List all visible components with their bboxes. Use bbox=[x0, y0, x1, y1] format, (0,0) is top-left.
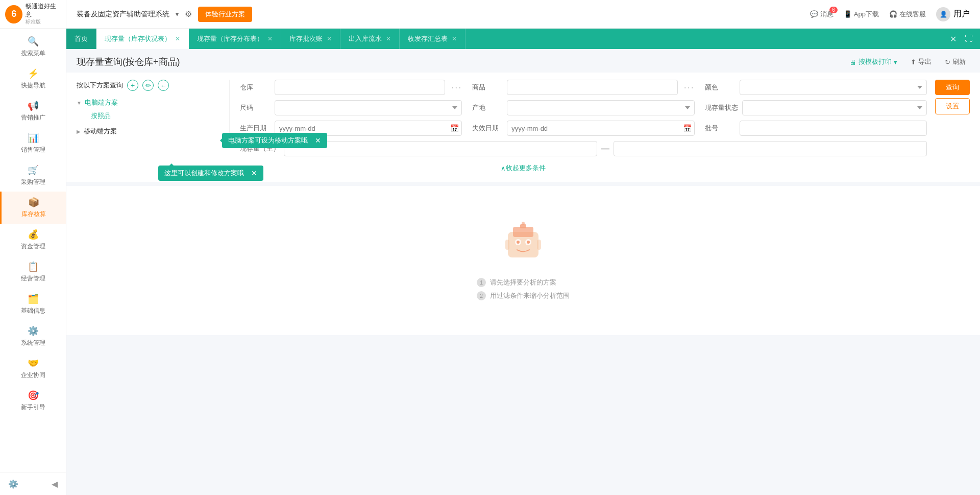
page-content: 现存量查询(按仓库+商品) 🖨 按模板打印 ▾ ⬆ 导出 ↻ 刷新 bbox=[66, 49, 980, 495]
tab-fullscreen-icon[interactable]: ⛶ bbox=[963, 32, 975, 45]
refresh-label: 刷新 bbox=[952, 57, 966, 66]
operations-icon: 📋 bbox=[28, 261, 39, 272]
tab-inventory-dist-label: 现存量（库存分布表） bbox=[197, 34, 263, 43]
header-message[interactable]: 💬 消息 6 bbox=[810, 10, 834, 19]
sidebar-item-label: 快捷导航 bbox=[21, 81, 45, 90]
sidebar-item-label: 销售管理 bbox=[21, 146, 45, 154]
tab-inventory-status[interactable]: 现存量（库存状况表） ✕ bbox=[96, 29, 189, 49]
sidebar-item-inventory[interactable]: 📦 库存核算 bbox=[0, 192, 66, 224]
headset-icon: 🎧 bbox=[889, 10, 897, 18]
empty-illustration bbox=[498, 217, 549, 268]
size-label: 尺码 bbox=[240, 103, 271, 112]
header-app-download[interactable]: 📱 App下载 bbox=[844, 10, 879, 19]
expire-date-field: 失效日期 📅 bbox=[472, 121, 694, 136]
header-user[interactable]: 👤 用户 bbox=[936, 7, 970, 21]
product-input[interactable] bbox=[507, 80, 677, 95]
stock-main-min[interactable] bbox=[284, 141, 597, 156]
tab-close-all-icon[interactable]: ✕ bbox=[948, 32, 959, 46]
sidebar-item-label: 资金管理 bbox=[21, 242, 45, 251]
query-form: 按以下方案查询 + ✏ ← ▼ 电脑端方案 按照品 bbox=[66, 73, 980, 182]
origin-select[interactable] bbox=[507, 100, 694, 115]
sidebar-item-system[interactable]: ⚙️ 系统管理 bbox=[0, 320, 66, 352]
tab-collect-summary-close[interactable]: ✕ bbox=[452, 35, 457, 42]
search-menu-icon: 🔍 bbox=[28, 36, 39, 47]
tab-inventory-status-label: 现存量（库存状况表） bbox=[105, 34, 171, 43]
top-header: 装备及固定资产辅助管理系统 ▾ ⚙ 体验行业方案 💬 消息 6 📱 App下载 … bbox=[66, 0, 980, 29]
scheme-add-btn[interactable]: + bbox=[127, 80, 138, 91]
produce-calendar-icon[interactable]: 📅 bbox=[450, 124, 459, 132]
sidebar-item-guide[interactable]: 🎯 新手引导 bbox=[0, 385, 66, 417]
stock-main-max[interactable] bbox=[614, 141, 927, 156]
collapse-icon: ∧ bbox=[501, 164, 506, 172]
finance-icon: 💰 bbox=[28, 229, 39, 240]
query-label: 按以下方案查询 bbox=[77, 81, 123, 90]
system-title: 装备及固定资产辅助管理系统 bbox=[77, 10, 169, 19]
step-1-num: 1 bbox=[477, 278, 486, 287]
search-btn[interactable]: 查询 bbox=[935, 80, 970, 95]
empty-step-1: 1 请先选择要分析的方案 bbox=[477, 278, 570, 287]
sidebar-item-basic-info[interactable]: 🗂️ 基础信息 bbox=[0, 288, 66, 320]
sidebar-item-marketing[interactable]: 📢 营销推广 bbox=[0, 95, 66, 127]
size-select[interactable] bbox=[275, 100, 462, 115]
form-settings-btn[interactable]: 设置 bbox=[935, 98, 970, 114]
produce-date-label: 生产日期 bbox=[240, 124, 271, 133]
tab-inout-flow[interactable]: 出入库流水 ✕ bbox=[340, 29, 400, 49]
header-online-service[interactable]: 🎧 在线客服 bbox=[889, 10, 926, 19]
footer-settings-icon[interactable]: ⚙️ bbox=[8, 479, 18, 489]
expire-calendar-icon[interactable]: 📅 bbox=[683, 124, 692, 132]
mobile-scheme-label: 移动端方案 bbox=[84, 127, 117, 136]
size-field: 尺码 bbox=[240, 100, 462, 115]
tab-inventory-dist-close[interactable]: ✕ bbox=[267, 35, 273, 42]
sidebar-item-enterprise[interactable]: 🤝 企业协同 bbox=[0, 352, 66, 385]
refresh-btn[interactable]: ↻ 刷新 bbox=[941, 55, 970, 68]
tab-inventory-dist[interactable]: 现存量（库存分布表） ✕ bbox=[189, 29, 281, 49]
sidebar-item-label: 经营管理 bbox=[21, 274, 45, 283]
tooltip-pc-close[interactable]: ✕ bbox=[312, 136, 321, 145]
scheme-back-btn[interactable]: ← bbox=[158, 80, 169, 91]
export-btn[interactable]: ⬆ 导出 bbox=[906, 55, 936, 68]
svg-point-7 bbox=[522, 222, 525, 225]
scheme-tree: ▼ 电脑端方案 按照品 ▶ 移动端方案 bbox=[77, 96, 221, 138]
sidebar-item-finance[interactable]: 💰 资金管理 bbox=[0, 224, 66, 256]
tab-home[interactable]: 首页 bbox=[66, 29, 96, 49]
scheme-tree-pc-default[interactable]: 按照品 bbox=[87, 109, 221, 123]
warehouse-more-icon[interactable]: ··· bbox=[451, 82, 462, 93]
stock-status-select[interactable] bbox=[742, 100, 927, 115]
tab-batch-ledger[interactable]: 库存批次账 ✕ bbox=[281, 29, 340, 49]
print-dropdown-icon: ▾ bbox=[894, 58, 897, 66]
scheme-tree-mobile[interactable]: ▶ 移动端方案 bbox=[77, 125, 221, 138]
expire-date-input[interactable] bbox=[507, 121, 694, 136]
header-settings-icon[interactable]: ⚙ bbox=[185, 9, 192, 19]
logo-icon: 6 bbox=[5, 5, 22, 23]
industry-btn[interactable]: 体验行业方案 bbox=[198, 7, 252, 22]
tab-inout-flow-close[interactable]: ✕ bbox=[386, 35, 391, 42]
header-dropdown[interactable]: ▾ bbox=[176, 11, 179, 18]
tab-batch-ledger-close[interactable]: ✕ bbox=[327, 35, 332, 42]
color-select[interactable] bbox=[740, 80, 927, 95]
step-2-text: 用过滤条件来缩小分析范围 bbox=[490, 291, 570, 300]
scheme-tree-pc[interactable]: ▼ 电脑端方案 bbox=[77, 96, 221, 109]
tab-inout-flow-label: 出入库流水 bbox=[349, 34, 382, 43]
print-btn[interactable]: 🖨 按模板打印 ▾ bbox=[846, 55, 901, 68]
sidebar-item-sales[interactable]: 📊 销售管理 bbox=[0, 127, 66, 159]
pc-scheme-label: 电脑端方案 bbox=[85, 98, 118, 107]
tab-collect-summary[interactable]: 收发存汇总表 ✕ bbox=[400, 29, 465, 49]
sidebar-item-label: 新手引导 bbox=[21, 403, 45, 412]
sidebar-item-quick-nav[interactable]: ⚡ 快捷导航 bbox=[0, 63, 66, 95]
empty-steps: 1 请先选择要分析的方案 2 用过滤条件来缩小分析范围 bbox=[477, 278, 570, 304]
sidebar-item-search-menu[interactable]: 🔍 搜索菜单 bbox=[0, 31, 66, 63]
batch-field: 批号 bbox=[705, 121, 927, 136]
footer-collapse-icon[interactable]: ◀ bbox=[52, 479, 58, 489]
scheme-edit-btn[interactable]: ✏ bbox=[142, 80, 154, 91]
product-more-icon[interactable]: ··· bbox=[684, 82, 695, 93]
tab-inventory-status-close[interactable]: ✕ bbox=[175, 35, 180, 42]
warehouse-input[interactable] bbox=[275, 80, 445, 95]
sales-icon: 📊 bbox=[28, 132, 39, 144]
sidebar-item-operations[interactable]: 📋 经营管理 bbox=[0, 256, 66, 288]
sidebar-item-purchase[interactable]: 🛒 采购管理 bbox=[0, 159, 66, 192]
phone-icon: 📱 bbox=[844, 10, 852, 18]
header-right: 💬 消息 6 📱 App下载 🎧 在线客服 👤 用户 bbox=[810, 7, 970, 21]
tooltip-create-close[interactable]: ✕ bbox=[248, 169, 257, 177]
sidebar-item-label: 企业协同 bbox=[21, 371, 45, 380]
batch-input[interactable] bbox=[740, 121, 927, 136]
